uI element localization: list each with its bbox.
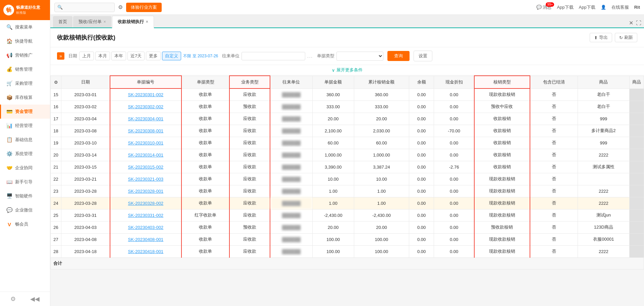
- row-balance: 0.00: [409, 173, 434, 185]
- sidebar-item-hardware[interactable]: 🖥️ 智能硬件: [0, 189, 50, 203]
- sidebar-item-operation[interactable]: 📊 经营管理: [0, 119, 50, 133]
- doc-no-link[interactable]: SK-20230321-003: [128, 177, 164, 182]
- row-docno[interactable]: SK-20230408-001: [110, 233, 181, 245]
- refresh-button[interactable]: ↻ 刷新: [615, 33, 637, 42]
- row-docno[interactable]: SK-20230310-001: [110, 137, 181, 149]
- filter-doctype-group: 单据类型: [317, 52, 383, 61]
- sidebar-item-guide[interactable]: 📖 新手引导: [0, 175, 50, 189]
- filter-7days[interactable]: 近7天: [127, 52, 145, 60]
- topbar-search[interactable]: 🔍: [54, 3, 115, 12]
- row-docno[interactable]: SK-20230301-002: [110, 88, 181, 101]
- doc-no-link[interactable]: SK-20230418-001: [128, 249, 164, 254]
- doc-no-link[interactable]: SK-20230408-001: [128, 237, 164, 242]
- row-docno[interactable]: SK-20230331-002: [110, 209, 181, 221]
- doc-no-link[interactable]: SK-20230302-002: [128, 104, 164, 109]
- tab-writeoff-close[interactable]: ×: [146, 19, 148, 24]
- tab-writeoff[interactable]: 收款核销执行 ×: [112, 16, 154, 28]
- filter-partner-input[interactable]: [241, 52, 305, 60]
- doc-no-link[interactable]: SK-20230328-002: [128, 201, 164, 206]
- doc-no-link[interactable]: SK-20230304-001: [128, 116, 164, 121]
- app-download-label[interactable]: App下载: [579, 4, 595, 10]
- sidebar-item-sales[interactable]: 💰 销售管理: [0, 62, 50, 76]
- doc-no-link[interactable]: SK-20230328-001: [128, 189, 164, 194]
- sidebar-item-inventory[interactable]: 📦 库存核算: [0, 90, 50, 105]
- sidebar-item-base[interactable]: 📋 基础信息: [0, 133, 50, 147]
- filter-setting-btn[interactable]: 设置: [414, 51, 432, 61]
- doc-no-link[interactable]: SK-20230331-002: [128, 213, 164, 218]
- industry-btn[interactable]: 体验行业方案: [126, 3, 162, 12]
- user-name[interactable]: Rit: [634, 5, 640, 10]
- row-goods: 测试jun: [578, 209, 629, 221]
- message-count: 99+: [546, 2, 554, 7]
- sidebar-item-purchase[interactable]: 🛒 采购管理: [0, 76, 50, 90]
- sidebar-item-search[interactable]: 🔍 搜索菜单: [0, 20, 50, 34]
- filter-doctype-select[interactable]: [336, 52, 383, 61]
- sidebar-item-nav[interactable]: 🏠 快捷导航: [0, 34, 50, 48]
- row-settled: 否: [530, 209, 578, 221]
- tab-home[interactable]: 首页: [53, 16, 72, 27]
- row-docno[interactable]: SK-20230418-001: [110, 245, 181, 257]
- sidebar-item-vip[interactable]: V 畅会员: [0, 217, 50, 231]
- filter-dots[interactable]: ...: [307, 54, 313, 59]
- app-download-link[interactable]: App下载: [557, 4, 573, 10]
- tab-close-all-icon[interactable]: ✕: [629, 20, 633, 26]
- sidebar-item-enterprise[interactable]: 🤝 企业协同: [0, 161, 50, 175]
- doc-no-link[interactable]: SK-20230301-002: [128, 92, 164, 97]
- row-docno[interactable]: SK-20230315-002: [110, 161, 181, 173]
- sidebar-bottom: ⚙ ◀◀: [0, 292, 50, 306]
- row-docno[interactable]: SK-20230403-002: [110, 221, 181, 233]
- filter-this-year[interactable]: 本年: [111, 52, 126, 60]
- row-writeoff-type: 预收中应收: [474, 101, 530, 113]
- doc-no-link[interactable]: SK-20230314-001: [128, 152, 164, 158]
- doc-no-link[interactable]: SK-20230315-002: [128, 165, 164, 170]
- row-docno[interactable]: SK-20230308-001: [110, 125, 181, 137]
- filter-custom[interactable]: 自定义: [162, 52, 181, 60]
- row-date: 2023-03-15: [61, 161, 110, 173]
- sidebar-item-system[interactable]: ⚙️ 系统管理: [0, 147, 50, 161]
- filter-date-group: 日期 上月 本月 本年 近7天 更多 自定义 不限 至 2023-07-26: [68, 52, 218, 60]
- row-amount: 60.00: [312, 137, 354, 149]
- row-docno[interactable]: SK-20230328-001: [110, 185, 181, 197]
- sidebar-item-weixin[interactable]: 💬 企业微信: [0, 203, 50, 217]
- row-biztype: 应收款: [229, 185, 270, 197]
- row-cash-discount: -2.76: [434, 161, 474, 173]
- table-wrapper: ⚙ 日期 单据编号 单据类型 业务类型 往来单位 单据金额 累计核销金额 余额 …: [50, 75, 644, 269]
- doc-no-link[interactable]: SK-20230310-001: [128, 140, 164, 145]
- tab-prepay[interactable]: 预收/应付单 ×: [73, 16, 111, 27]
- filter-more[interactable]: 更多: [146, 52, 161, 60]
- row-docno[interactable]: SK-20230302-002: [110, 101, 181, 113]
- tab-expand-icon[interactable]: ⛶: [636, 20, 641, 26]
- doc-no-link[interactable]: SK-20230403-002: [128, 225, 164, 230]
- row-cash-discount: 0.00: [434, 137, 474, 149]
- row-no: 23: [51, 185, 61, 197]
- sidebar-item-label: 系统管理: [15, 151, 33, 157]
- message-badge[interactable]: 💬 消息 99+: [536, 4, 552, 10]
- row-docno[interactable]: SK-20230328-002: [110, 197, 181, 209]
- row-docno[interactable]: SK-20230321-003: [110, 173, 181, 185]
- row-docno[interactable]: SK-20230314-001: [110, 149, 181, 161]
- export-button[interactable]: ⬆ 导出: [590, 33, 612, 42]
- filter-this-month[interactable]: 本月: [95, 52, 110, 60]
- gear-icon[interactable]: ⚙: [118, 4, 123, 10]
- row-doctype: 收款单: [181, 88, 229, 101]
- online-service-icon: 👤: [601, 5, 606, 10]
- row-goods: 2222: [578, 245, 629, 257]
- row-docno[interactable]: SK-20230304-001: [110, 113, 181, 125]
- settings-bottom-icon[interactable]: ⚙: [10, 295, 16, 303]
- row-date: 2023-04-03: [61, 221, 110, 233]
- tab-prepay-close[interactable]: ×: [104, 19, 106, 24]
- col-settings-header[interactable]: ⚙: [51, 76, 61, 88]
- doc-no-link[interactable]: SK-20230308-001: [128, 128, 164, 133]
- filter-query-btn[interactable]: 查询: [387, 51, 410, 61]
- collapse-icon[interactable]: ◀◀: [30, 295, 40, 303]
- row-partner: ██████: [270, 113, 312, 125]
- row-goods-img: [630, 125, 644, 137]
- sidebar-item-marketing[interactable]: 📢 营销推广: [0, 48, 50, 62]
- sidebar-item-finance[interactable]: 💳 资金管理: [0, 105, 50, 119]
- online-service-label[interactable]: 在线客服: [611, 4, 629, 10]
- filter-collapse-btn[interactable]: »: [57, 52, 64, 60]
- col-total-writeoff-header: 累计核销金额: [354, 76, 409, 88]
- expand-btn[interactable]: ∨ 展开更多条件: [332, 67, 363, 73]
- filter-last-month[interactable]: 上月: [79, 52, 94, 60]
- search-icon: 🔍: [6, 24, 12, 30]
